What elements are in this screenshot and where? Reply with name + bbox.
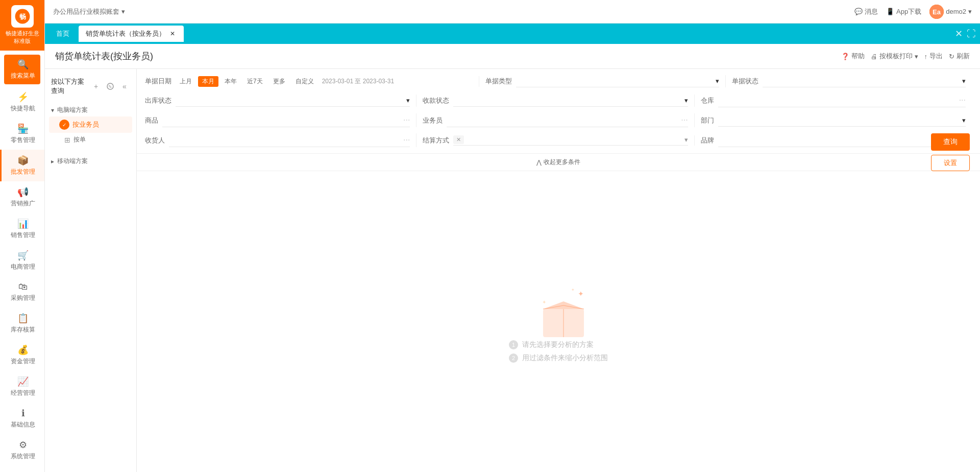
sidebar-item-search[interactable]: 🔍 搜索菜单 (4, 55, 40, 84)
collapse-bar[interactable]: ⋀ 收起更多条件 (137, 154, 980, 171)
export-button[interactable]: ↑ 导出 (924, 52, 943, 61)
sidebar-item-marketing[interactable]: 📢 营销推广 (0, 181, 44, 213)
sidebar-item-label: 经营管理 (11, 389, 35, 397)
sidebar-item-sales[interactable]: 📊 销售管理 (0, 213, 44, 245)
warehouse-label: 仓库 (701, 96, 714, 105)
sidebar-item-retail[interactable]: 🏪 零售管理 (0, 118, 44, 150)
tab-sales-stats[interactable]: 销货单统计表（按业务员） ✕ (79, 26, 184, 42)
date-this-month[interactable]: 本月 (198, 76, 218, 87)
help-icon: ❓ (841, 53, 849, 60)
tabbar: 首页 销货单统计表（按业务员） ✕ ✕ ⛶ (45, 23, 980, 44)
query-button[interactable]: 查询 (931, 133, 970, 151)
help-label: 帮助 (851, 52, 865, 61)
filter-date: 单据日期 上月 本月 本年 近7天 更多 自定义 2023-03-01 至 20… (145, 76, 479, 87)
receipt-status-select[interactable]: ▾ (453, 95, 688, 107)
staff-dots-icon[interactable]: ··· (681, 115, 688, 125)
add-scheme-button[interactable]: + (90, 81, 102, 92)
date-7days[interactable]: 近7天 (243, 76, 267, 87)
sidebar-item-purchase[interactable]: 🛍 采购管理 (0, 276, 44, 308)
sidebar-item-label: 搜索菜单 (11, 72, 35, 80)
svg-text:畅: 畅 (19, 13, 26, 20)
topbar-right: 💬 消息 📱 App下载 Ea demo2 ▾ (854, 5, 972, 19)
collapse-label: 收起更多条件 (544, 158, 580, 167)
hint-num-2: 2 (509, 353, 518, 363)
tab-actions: ✕ ⛶ (955, 28, 976, 39)
date-custom[interactable]: 自定义 (291, 76, 318, 87)
sales-staff-select[interactable]: ··· (447, 113, 688, 127)
doc-status-select[interactable]: ▾ (763, 75, 966, 87)
sidebar-item-label: 快捷导航 (11, 104, 35, 113)
sidebar-item-system[interactable]: ⚙ 系统管理 (0, 434, 44, 466)
filter-doc-status: 单据状态 ▾ (726, 75, 972, 87)
sidebar-item-basic[interactable]: ℹ 基础信息 (0, 403, 44, 434)
page-header: 销货单统计表(按业务员) ❓ 帮助 🖨 按模板打印 ▾ ↑ 导出 ↻ 刷新 (45, 44, 980, 69)
message-button[interactable]: 💬 消息 (854, 7, 878, 16)
right-panel: 查询 设置 单据日期 上月 本月 本年 近7天 (137, 69, 980, 472)
date-label: 单据日期 (145, 77, 172, 86)
sidebar-item-label: 零售管理 (11, 136, 35, 145)
brand-select[interactable]: ··· (718, 133, 966, 147)
sidebar-item-label: 资金管理 (11, 357, 35, 366)
sidebar-item-finance[interactable]: 💰 资金管理 (0, 339, 44, 371)
logo-area[interactable]: 畅 畅捷通好生意 标准版 (0, 0, 44, 51)
refresh-icon: ↻ (949, 53, 954, 60)
app-download-button[interactable]: 📱 App下载 (886, 7, 921, 16)
refresh-button[interactable]: ↻ 刷新 (949, 52, 970, 61)
scheme-item-by-order[interactable]: ⊞ 按单 (49, 133, 132, 147)
department-select[interactable]: ▾ (718, 114, 966, 127)
settle-dropdown-icon[interactable]: ▾ (684, 136, 688, 144)
sidebar-item-label: 批发管理 (11, 168, 35, 176)
collapse-panel-button[interactable]: « (119, 81, 130, 92)
goods-dots-icon[interactable]: ··· (403, 115, 410, 125)
workspace-dropdown[interactable]: 办公用品行业模拟账套 ▾ (53, 7, 125, 16)
filter-row-2: 出库状态 ▾ 收款状态 ▾ (145, 93, 972, 107)
out-status-dropdown-icon: ▾ (406, 97, 410, 104)
settings-button[interactable]: 设置 (931, 155, 970, 171)
date-range: 2023-03-01 至 2023-03-31 (322, 77, 394, 86)
sidebar-item-label: 基础信息 (11, 420, 35, 429)
svg-text:✦: ✦ (542, 299, 546, 305)
date-this-year[interactable]: 本年 (220, 76, 241, 87)
close-window-icon[interactable]: ✕ (955, 28, 963, 39)
date-more[interactable]: 更多 (269, 76, 289, 87)
sidebar-item-enterprise[interactable]: 🤝 企业协同 (0, 466, 44, 472)
department-label: 部门 (701, 116, 714, 125)
sidebar-item-quicknav[interactable]: ⚡ 快捷导航 (0, 86, 44, 118)
user-menu[interactable]: Ea demo2 ▾ (929, 5, 972, 19)
svg-text:✦: ✦ (571, 288, 575, 292)
sidebar-item-wholesale[interactable]: 📦 批发管理 (0, 150, 44, 181)
consignee-select[interactable]: ··· (169, 133, 410, 147)
filter-out-status: 出库状态 ▾ (145, 95, 416, 107)
date-prev-month[interactable]: 上月 (176, 76, 196, 87)
hint-text-2: 用过滤条件来缩小分析范围 (522, 353, 608, 363)
panel-icons: + ✎ « (90, 81, 130, 92)
maximize-icon[interactable]: ⛶ (967, 29, 976, 39)
scheme-item-by-staff[interactable]: ✓ 按业务员 (49, 116, 132, 133)
scheme-group-mobile-title[interactable]: ▸ 移动端方案 (49, 155, 132, 168)
filter-warehouse: 仓库 ··· (695, 93, 972, 107)
doc-type-select[interactable]: ▾ (516, 75, 719, 87)
warehouse-select[interactable]: ··· (718, 93, 966, 107)
scheme-group-desktop-title[interactable]: ▾ 电脑端方案 (49, 104, 132, 116)
filter-goods: 商品 ··· (145, 113, 416, 127)
sub-icon: ⊞ (64, 136, 70, 144)
filter-settle: 结算方式 ✕ ▾ (416, 135, 694, 146)
goods-select[interactable]: ··· (162, 113, 410, 127)
filter-sales-staff: 业务员 ··· (416, 113, 694, 127)
tab-close-icon[interactable]: ✕ (168, 30, 177, 38)
sidebar-item-inventory[interactable]: 📋 库存核算 (0, 308, 44, 339)
help-button[interactable]: ❓ 帮助 (841, 52, 865, 61)
inventory-icon: 📋 (17, 313, 29, 324)
settle-clear-icon[interactable]: ✕ (456, 136, 461, 143)
empty-hints: 1 请先选择要分析的方案 2 用过滤条件来缩小分析范围 (509, 340, 608, 363)
template-print-button[interactable]: 🖨 按模板打印 ▾ (871, 52, 918, 61)
tab-home[interactable]: 首页 (49, 26, 77, 42)
sidebar-item-ecommerce[interactable]: 🛒 电商管理 (0, 245, 44, 276)
consignee-dots-icon[interactable]: ··· (403, 135, 410, 145)
settle-filter: ✕ ▾ (453, 135, 688, 146)
warehouse-dots-icon[interactable]: ··· (959, 96, 966, 105)
scheme-active-icon: ✓ (59, 120, 69, 130)
sidebar-item-operation[interactable]: 📈 经营管理 (0, 371, 44, 403)
out-status-select[interactable]: ▾ (176, 95, 410, 107)
edit-scheme-button[interactable]: ✎ (105, 81, 116, 92)
